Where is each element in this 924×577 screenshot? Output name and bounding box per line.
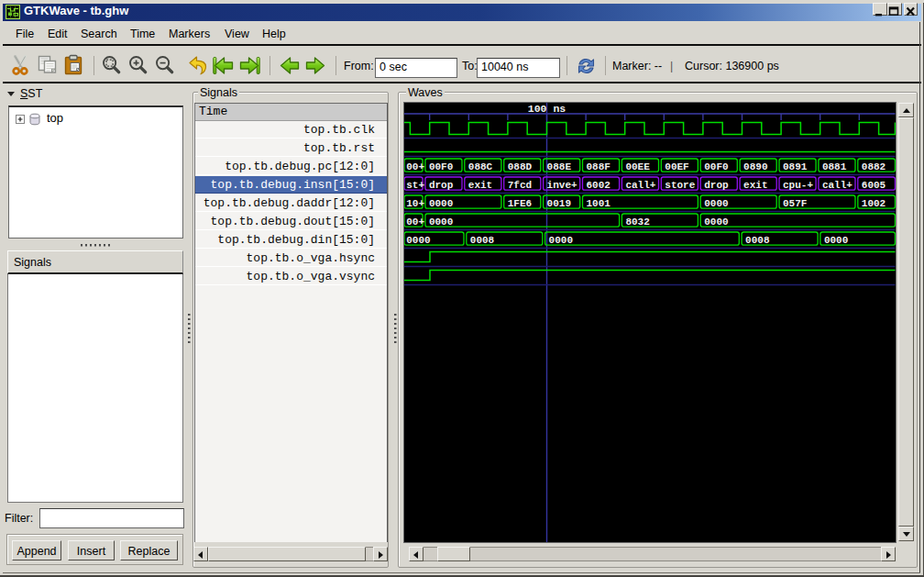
svg-text:0890: 0890	[743, 161, 767, 172]
svg-text:0000: 0000	[704, 216, 728, 227]
svg-text:7fcd: 7fcd	[508, 180, 532, 191]
svg-text:drop: drop	[429, 180, 454, 191]
svg-text:call+: call+	[822, 180, 852, 191]
svg-text:10+: 10+	[406, 198, 424, 209]
svg-text:cpu-+: cpu-+	[783, 180, 813, 191]
svg-text:00+: 00+	[406, 216, 424, 227]
svg-text:088F: 088F	[587, 161, 610, 172]
svg-text:6002: 6002	[587, 180, 610, 191]
svg-text:st+: st+	[406, 180, 424, 191]
svg-text:0000: 0000	[429, 216, 453, 227]
svg-text:0000: 0000	[549, 235, 573, 246]
svg-text:6005: 6005	[862, 180, 886, 191]
svg-text:1002: 1002	[862, 198, 886, 209]
svg-text:0000: 0000	[406, 235, 430, 246]
svg-text:1FE6: 1FE6	[508, 198, 532, 209]
svg-text:0019: 0019	[547, 198, 571, 209]
svg-text:057F: 057F	[783, 198, 807, 209]
svg-text:inve+: inve+	[547, 180, 578, 191]
svg-text:100 ns: 100 ns	[528, 103, 566, 115]
svg-text:store: store	[665, 180, 695, 191]
svg-text:0891: 0891	[783, 161, 808, 172]
svg-text:00F0: 00F0	[429, 161, 453, 172]
svg-text:0000: 0000	[429, 198, 453, 209]
svg-text:1001: 1001	[587, 198, 611, 209]
svg-text:088D: 088D	[508, 161, 533, 172]
svg-text:088C: 088C	[468, 161, 493, 172]
svg-text:0881: 0881	[822, 161, 847, 172]
svg-text:00EF: 00EF	[665, 161, 688, 172]
svg-text:0000: 0000	[824, 235, 848, 246]
svg-text:00+: 00+	[406, 161, 424, 172]
svg-text:0882: 0882	[862, 161, 886, 172]
svg-text:exit: exit	[743, 180, 767, 191]
svg-text:088E: 088E	[547, 161, 572, 172]
svg-text:call+: call+	[625, 180, 655, 191]
svg-text:exit: exit	[468, 180, 492, 191]
svg-text:0008: 0008	[745, 235, 770, 246]
svg-text:00F0: 00F0	[704, 161, 728, 172]
svg-text:00EE: 00EE	[625, 161, 650, 172]
svg-text:drop: drop	[704, 180, 729, 191]
svg-text:0008: 0008	[470, 235, 495, 246]
svg-text:8032: 8032	[625, 216, 649, 227]
svg-text:0000: 0000	[704, 198, 728, 209]
